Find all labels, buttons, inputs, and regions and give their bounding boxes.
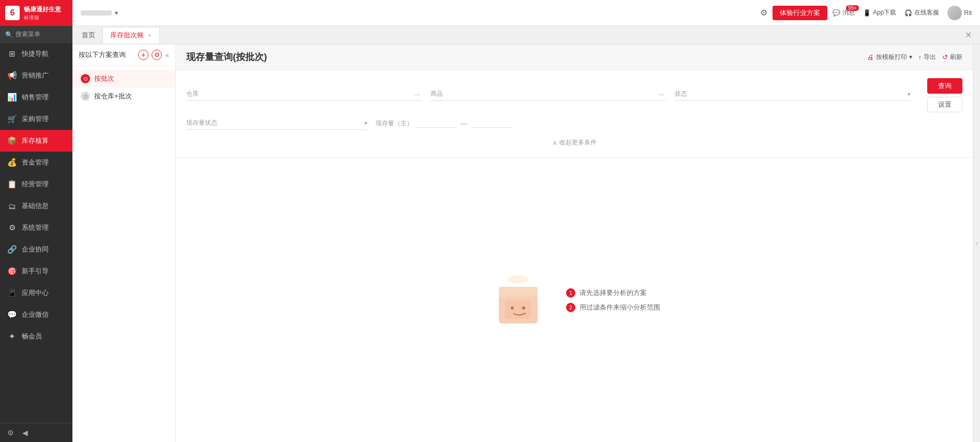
query-btn[interactable]: 查询 bbox=[927, 78, 962, 94]
page-content: 按以下方案查询 + ⚙ « ⊙ 按批次 ⊙ 按仓库+批次 bbox=[72, 45, 980, 442]
sidebar-item-member[interactable]: ✦ 畅会员 bbox=[0, 326, 72, 347]
warehouse-more-icon[interactable]: ··· bbox=[412, 90, 422, 98]
sidebar-item-purchase[interactable]: 🛒 采购管理 bbox=[0, 108, 72, 130]
tab-close-icon[interactable]: × bbox=[147, 32, 152, 39]
sidebar-item-apps[interactable]: 📱 应用中心 bbox=[0, 282, 72, 304]
search-icon: 🔍 bbox=[5, 31, 13, 38]
warehouse-input[interactable] bbox=[201, 91, 412, 98]
sidebar-item-quick-nav[interactable]: ⊞ 快捷导航 bbox=[0, 43, 72, 65]
messages-badge: 99+ bbox=[846, 5, 859, 11]
empty-tips: 1 请先选择要分析的方案 2 用过滤条件来缩小分析范围 bbox=[566, 288, 660, 312]
scheme-item-0[interactable]: ⊙ 按批次 bbox=[72, 70, 175, 87]
scheme-item-1[interactable]: ⊙ 按仓库+批次 bbox=[72, 87, 175, 105]
sidebar-label-apps: 应用中心 bbox=[22, 288, 49, 298]
sidebar-item-guide[interactable]: 🎯 新手引导 bbox=[0, 260, 72, 282]
scheme-label-0: 按批次 bbox=[94, 74, 114, 83]
panel-close-btn[interactable]: ✕ bbox=[961, 30, 976, 40]
quantity-min-input[interactable] bbox=[415, 119, 456, 128]
quantity-max-input[interactable] bbox=[471, 119, 513, 128]
sidebar-icon-member: ✦ bbox=[7, 332, 17, 341]
user-avatar-btn[interactable]: Rit bbox=[947, 6, 972, 20]
empty-state: 1 请先选择要分析的方案 2 用过滤条件来缩小分析范围 bbox=[176, 158, 973, 442]
empty-tip-1: 1 请先选择要分析的方案 bbox=[566, 288, 660, 298]
product-input[interactable] bbox=[445, 91, 656, 98]
app-download-btn[interactable]: 📱 App下载 bbox=[863, 8, 896, 17]
print-dropdown-icon: ▾ bbox=[909, 53, 912, 61]
sidebar: 6 畅康通好生意 标准版 🔍 搜索菜单 ⊞ 快捷导航 📢 营销推广 📊 销售管理… bbox=[0, 0, 72, 442]
sidebar-label-sales: 销售管理 bbox=[22, 93, 49, 102]
sidebar-item-marketing[interactable]: 📢 营销推广 bbox=[0, 65, 72, 86]
sidebar-icon-quick-nav: ⊞ bbox=[7, 49, 17, 58]
filter-row-1: 仓库 ··· 商品 ··· 状态 ▾ 查询 bbox=[186, 78, 962, 112]
refresh-icon: ↺ bbox=[942, 53, 948, 61]
sidebar-item-sales[interactable]: 📊 销售管理 bbox=[0, 86, 72, 108]
svg-rect-2 bbox=[505, 300, 531, 319]
sidebar-label-inventory: 库存核算 bbox=[22, 136, 49, 145]
sidebar-item-inventory[interactable]: 📦 库存核算 bbox=[0, 130, 72, 152]
sidebar-icon-guide: 🎯 bbox=[7, 267, 17, 276]
sidebar-label-member: 畅会员 bbox=[22, 332, 42, 341]
sidebar-icon-basic: 🗂 bbox=[7, 201, 17, 211]
sidebar-item-finance[interactable]: 💰 资金管理 bbox=[0, 152, 72, 173]
topbar: ▾ ⚙ 体验行业方案 💬 消息 99+ 📱 App下载 🎧 在线客服 R bbox=[72, 0, 980, 26]
product-more-icon[interactable]: ··· bbox=[656, 90, 666, 98]
status-arrow: ▾ bbox=[908, 91, 911, 98]
online-service-btn[interactable]: 🎧 在线客服 bbox=[904, 8, 939, 17]
add-icon: + bbox=[141, 51, 145, 58]
empty-tip-2: 2 用过滤条件来缩小分析范围 bbox=[566, 303, 660, 312]
left-panel-items: ⊙ 按批次 ⊙ 按仓库+批次 bbox=[72, 66, 175, 109]
scheme-settings-btn[interactable]: ⚙ bbox=[152, 50, 162, 60]
sidebar-label-collab: 企业协同 bbox=[22, 245, 49, 254]
print-btn[interactable]: 🖨 按模板打印 ▾ bbox=[867, 53, 912, 62]
sidebar-icon-wechat: 💬 bbox=[7, 310, 17, 319]
sidebar-label-basic: 基础信息 bbox=[22, 201, 49, 211]
trial-btn[interactable]: 体验行业方案 bbox=[773, 6, 827, 20]
sidebar-icon-marketing: 📢 bbox=[7, 71, 17, 80]
collapse-more-btn[interactable]: ∧ 收起更多条件 bbox=[186, 136, 962, 149]
status-filter[interactable]: 状态 ▾ bbox=[675, 90, 911, 101]
tab-inventory-batch[interactable]: 库存批次账 × bbox=[102, 27, 160, 43]
sidebar-item-system[interactable]: ⚙ 系统管理 bbox=[0, 217, 72, 239]
sidebar-item-collab[interactable]: 🔗 企业协同 bbox=[0, 239, 72, 260]
add-scheme-btn[interactable]: + bbox=[138, 50, 149, 60]
home-tab-label: 首页 bbox=[82, 31, 95, 40]
scheme-icon-0: ⊙ bbox=[81, 74, 90, 83]
sidebar-label-wechat: 企业微信 bbox=[22, 310, 49, 319]
empty-svg bbox=[488, 269, 551, 331]
sidebar-search[interactable]: 🔍 搜索菜单 bbox=[0, 26, 72, 43]
page-header-actions: 🖨 按模板打印 ▾ ↑ 导出 ↺ 刷新 bbox=[867, 53, 963, 62]
tip1-num: 1 bbox=[566, 288, 575, 298]
sidebar-item-wechat[interactable]: 💬 企业微信 bbox=[0, 304, 72, 326]
product-filter: 商品 ··· bbox=[430, 90, 666, 101]
active-tab-label: 库存批次账 bbox=[110, 31, 144, 40]
filter-settings-btn[interactable]: 设置 bbox=[927, 97, 962, 112]
quantity-filter: 现存量（主） — bbox=[376, 119, 608, 130]
refresh-label: 刷新 bbox=[950, 53, 962, 62]
sidebar-icon-operations: 📋 bbox=[7, 180, 17, 189]
app-title-block: 畅康通好生意 标准版 bbox=[24, 5, 61, 21]
right-side-handle[interactable]: › bbox=[973, 45, 980, 442]
refresh-btn[interactable]: ↺ 刷新 bbox=[942, 53, 962, 62]
sidebar-label-system: 系统管理 bbox=[22, 223, 49, 232]
left-panel-collapse-btn[interactable]: « bbox=[165, 51, 169, 59]
tabbar: 首页 库存批次账 × ✕ bbox=[72, 26, 980, 45]
sidebar-icon-purchase: 🛒 bbox=[7, 114, 17, 124]
breadcrumb-dropdown[interactable]: ▾ bbox=[115, 9, 118, 17]
sidebar-icon-inventory: 📦 bbox=[7, 136, 17, 145]
breadcrumb-path bbox=[81, 10, 112, 16]
topbar-settings-icon[interactable]: ⚙ bbox=[760, 8, 767, 18]
export-label: 导出 bbox=[924, 53, 936, 62]
tab-home[interactable]: 首页 bbox=[77, 27, 100, 43]
collapse-sidebar-icon[interactable]: ◀ bbox=[22, 429, 28, 437]
export-btn[interactable]: ↑ 导出 bbox=[918, 53, 937, 62]
app-logo: 6 bbox=[5, 6, 20, 20]
settings-bottom-icon[interactable]: ⚙ bbox=[7, 429, 14, 437]
sidebar-item-basic[interactable]: 🗂 基础信息 bbox=[0, 195, 72, 217]
collapse-icon: ∧ bbox=[553, 139, 557, 146]
sidebar-icon-finance: 💰 bbox=[7, 158, 17, 167]
scheme-label-1: 按仓库+批次 bbox=[94, 92, 132, 101]
stock-status-filter[interactable]: 现存量状态 ▾ bbox=[186, 119, 367, 130]
messages-btn[interactable]: 💬 消息 99+ bbox=[833, 8, 855, 17]
left-panel-title: 按以下方案查询 bbox=[79, 50, 126, 60]
sidebar-item-operations[interactable]: 📋 经营管理 bbox=[0, 173, 72, 195]
